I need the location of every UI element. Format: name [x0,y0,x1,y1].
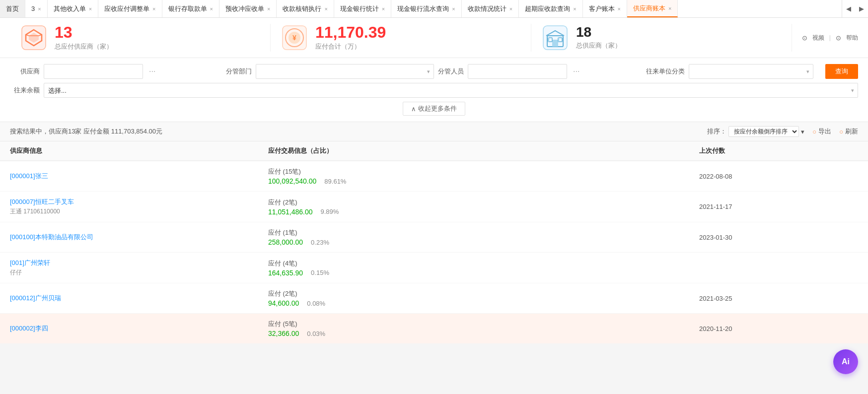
help-link[interactable]: 帮助 [846,34,858,42]
tx-amount[interactable]: 164,635.90 [268,269,303,277]
last-pay-cell: 2022-08-08 [699,173,858,180]
last-pay-date: 2021-11-17 [699,203,732,210]
tx-percent: 0.08% [307,300,325,307]
total-suppliers-info: 18 总供应商（家） [576,25,621,50]
col-supplier-info: 供应商信息 [10,146,268,155]
nav-tab-customer-ledger[interactable]: 客户账本 × [583,0,627,17]
tx-cell: 应付 (1笔) 258,000.00 0.23% [268,228,699,246]
top-navigation: 首页 3 × 其他收入单 × 应收应付调整单 × 银行存取款单 × 预收冲应收单… [0,0,868,18]
nav-tab-bank-deposit[interactable]: 银行存取款单 × [162,0,219,17]
collapse-row: ∧ 收起更多条件 [10,102,858,116]
filter-balance: 往来余额 选择... ▾ [10,83,858,98]
tx-row: 94,600.00 0.08% [268,299,699,307]
nav-tab-overdue-ar[interactable]: 超期应收款查询 × [519,0,582,17]
close-icon[interactable]: × [38,6,41,12]
tx-label: 应付 (1笔) [268,228,699,237]
stats-bar: 13 总应付供应商（家） ¥ 11,170.39 应付合计（万） [0,18,868,58]
supplier-link[interactable]: [000012]广州贝瑞 [10,294,61,302]
close-icon[interactable]: × [382,6,385,12]
nav-tab-cash-bank-flow[interactable]: 现金银行流水查询 × [391,0,461,17]
filter-supplier: 供应商 ··· [10,64,222,79]
nav-tab-cash-bank-stat[interactable]: 现金银行统计 × [334,0,391,17]
filter-area: 供应商 ··· 分管部门 ▾ 分管人员 ··· 往来单位分类 [0,58,868,122]
close-icon[interactable]: × [152,6,155,12]
close-icon[interactable]: × [573,6,576,12]
col-tx-info: 应付交易信息（占比） [268,146,699,155]
nav-tab-prepaid-charge[interactable]: 预收冲应收单 × [219,0,277,17]
nav-tab-other-income[interactable]: 其他收入单 × [48,0,98,17]
ap-suppliers-number: 13 [55,24,113,40]
nav-tab-3[interactable]: 3 × [25,0,48,17]
tx-amount[interactable]: 100,092,540.00 [268,177,316,185]
nav-tab-receipt-verify[interactable]: 收款核销执行 × [277,0,334,17]
tx-amount[interactable]: 94,600.00 [268,299,299,307]
supplier-link[interactable]: [001]广州荣轩 [10,259,50,266]
supplier-more-icon[interactable]: ··· [149,67,155,76]
coin-icon: ¥ [281,24,308,52]
ap-suppliers-label: 总应付供应商（家） [55,42,113,51]
tx-row: 11,051,486.00 9.89% [268,208,699,216]
supplier-link[interactable]: [000002]李四 [10,325,48,332]
supplier-cell: [000007]恒旺二手叉车 王通 17106110000 [10,197,268,216]
tx-amount[interactable]: 32,366.00 [268,329,299,337]
table-row: [000012]广州贝瑞 应付 (2笔) 94,600.00 0.08% 202… [0,283,868,314]
collapse-button[interactable]: ∧ 收起更多条件 [403,102,465,116]
nav-arrow-left[interactable]: ◀ [842,0,855,18]
chevron-up-icon: ∧ [411,105,416,113]
close-icon[interactable]: × [668,5,671,11]
category-label: 往来单位分类 [646,67,685,76]
tx-label: 应付 (4笔) [268,259,699,268]
close-icon[interactable]: × [210,6,213,12]
tx-row: 164,635.90 0.15% [268,269,699,277]
refresh-label[interactable]: 刷新 [845,127,858,136]
table-header: 供应商信息 应付交易信息（占比） 上次付数 [0,141,868,161]
supplier-link[interactable]: [000100]本特勤油品有限公司 [10,233,93,241]
filter-dept: 分管部门 ▾ [222,64,434,79]
supplier-input[interactable] [44,64,143,79]
nav-arrow-right[interactable]: ▶ [855,0,868,18]
dept-select-wrap: ▾ [256,64,434,79]
sort-dropdown[interactable]: 按应付余额倒序排序 [728,126,799,137]
last-pay-cell: 2021-11-17 [699,203,858,210]
close-icon[interactable]: × [509,6,512,12]
ai-button[interactable]: Ai [833,349,858,374]
refresh-action[interactable]: ○ 刷新 [839,127,858,136]
export-label[interactable]: 导出 [818,127,831,136]
balance-select[interactable]: 选择... [44,83,858,98]
person-more-icon[interactable]: ··· [573,67,579,76]
tx-row: 100,092,540.00 89.61% [268,177,699,185]
close-icon[interactable]: × [618,6,621,12]
search-button[interactable]: 查询 [825,64,858,79]
ai-label: Ai [842,357,850,366]
last-pay-date: 2022-08-08 [699,173,732,180]
nav-tab-home[interactable]: 首页 [0,0,25,17]
last-pay-date: 2021-03-25 [699,295,732,302]
supplier-table: 供应商信息 应付交易信息（占比） 上次付数 [000001]张三 应付 (15笔… [0,141,868,344]
tx-percent: 0.03% [307,330,325,337]
col-last-pay: 上次付数 [699,146,858,155]
table-row: [001]广州荣轩 仔仔 应付 (4笔) 164,635.90 0.15% [0,253,868,283]
close-icon[interactable]: × [267,6,270,12]
last-pay-cell: 2021-03-25 [699,295,858,302]
category-select[interactable] [689,64,813,79]
close-icon[interactable]: × [324,6,327,12]
close-icon[interactable]: × [89,6,92,12]
nav-tab-ar-ap-adj[interactable]: 应收应付调整单 × [98,0,162,17]
help-icon: ⊙ [836,34,841,42]
supplier-link[interactable]: [000001]张三 [10,172,48,180]
tx-label: 应付 (5笔) [268,320,699,328]
tx-amount[interactable]: 11,051,486.00 [268,208,313,216]
svg-rect-16 [558,38,559,42]
close-icon[interactable]: × [452,6,455,12]
nav-tab-receipt-stat[interactable]: 收款情况统计 × [462,0,519,17]
video-icon: ⊙ [802,34,807,42]
tx-amount[interactable]: 258,000.00 [268,238,303,246]
video-link[interactable]: 视频 [812,34,824,42]
tx-row: 258,000.00 0.23% [268,238,699,246]
nav-tab-supplier-ledger[interactable]: 供应商账本 × [627,0,678,17]
dept-select[interactable] [256,64,434,79]
supplier-link[interactable]: [000007]恒旺二手叉车 [10,198,74,205]
supplier-cell: [000002]李四 [10,324,268,333]
export-action[interactable]: ○ 导出 [812,127,831,136]
person-input[interactable] [468,64,567,79]
